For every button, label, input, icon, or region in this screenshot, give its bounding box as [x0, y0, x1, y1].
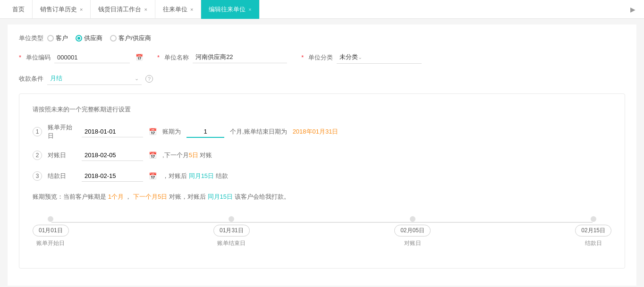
calendar-icon-2[interactable]: 📅 [149, 152, 157, 159]
timeline-point-1: 01月31日 账单结束日 [213, 216, 250, 247]
recon-suffix: ,下一个月5日 对账 [162, 151, 212, 160]
tab-home[interactable]: 首页 [5, 0, 33, 19]
period-row-1: 1 账单开始日 📅 账期为 个月,账单结束日期为 2018年01月31日 [33, 123, 611, 140]
period-row-2: 2 对账日 📅 ,下一个月5日 对账 [33, 150, 611, 161]
tl-label-0: 账单开始日 [36, 239, 65, 247]
calendar-icon[interactable]: 📅 [136, 54, 143, 61]
chevron-down-icon: ⌄ [358, 54, 362, 60]
close-icon[interactable]: × [144, 7, 147, 12]
timeline-point-3: 02月15日 结款日 [575, 216, 611, 247]
period-num-1: 1 [33, 127, 42, 136]
unit-type-row: 单位类型 客户 供应商 客户/供应商 [19, 34, 625, 42]
period-row-3: 3 结款日 📅 ，对账后 同月15日 结款 [33, 170, 611, 182]
timeline-point-2: 02月05日 对账日 [394, 216, 431, 247]
month-suffix: 个月,账单结束日期为 [230, 127, 287, 136]
tl-label-3: 结款日 [585, 239, 602, 247]
period-label-3: 结款日 [48, 172, 76, 180]
radio-customer[interactable]: 客户 [47, 34, 68, 42]
close-icon[interactable]: × [80, 7, 83, 12]
card-title: 请按照未来的一个完整帐期进行设置 [33, 105, 611, 114]
tabs-bar: 首页 销售订单历史 × 钱货日清工作台 × 往来单位 × 编辑往来单位 × ▶ [0, 0, 644, 19]
start-date-input[interactable] [82, 126, 143, 137]
required-star3: * [301, 54, 304, 61]
unit-class-value: 未分类 [339, 53, 358, 61]
radio-customer-supplier[interactable]: 客户/供应商 [110, 34, 151, 42]
month-count-input[interactable] [186, 126, 224, 138]
radio-supplier[interactable]: 供应商 [76, 34, 102, 42]
help-icon[interactable]: ? [145, 75, 153, 83]
period-label-2: 对账日 [48, 151, 76, 160]
unit-name-group: * 单位名称 [157, 52, 287, 63]
unit-info-row: * 单位编码 📅 * 单位名称 * 单位分类 未分类 ⌄ [19, 51, 625, 64]
unit-code-label: 单位编码 [26, 53, 51, 62]
tl-badge-2: 02月05日 [394, 225, 431, 236]
payment-suffix: ，对账后 同月15日 结款 [162, 172, 228, 180]
unit-type-label: 单位类型 [19, 34, 43, 42]
unit-name-input[interactable] [193, 52, 287, 63]
period-num-2: 2 [33, 151, 42, 160]
close-icon[interactable]: × [190, 7, 193, 12]
calendar-icon-1[interactable]: 📅 [149, 128, 157, 135]
timeline-point-0: 01月01日 账单开始日 [33, 216, 69, 247]
unit-name-label: 单位名称 [164, 53, 189, 62]
tab-workbench[interactable]: 钱货日清工作台 × [91, 0, 155, 19]
close-icon[interactable]: × [248, 7, 251, 12]
payment-label: 收款条件 [19, 75, 43, 83]
unit-class-label: 单位分类 [308, 53, 333, 62]
required-star: * [19, 54, 21, 61]
end-date-text: 2018年01月31日 [293, 127, 339, 136]
unit-class-group: * 单位分类 未分类 ⌄ [301, 51, 422, 64]
unit-class-dropdown[interactable]: 未分类 ⌄ [337, 51, 422, 64]
payment-group: 收款条件 月结 ⌄ ? [19, 72, 153, 85]
payment-dropdown[interactable]: 月结 ⌄ [47, 72, 142, 85]
calendar-icon-3[interactable]: 📅 [149, 172, 157, 180]
tab-more-arrow[interactable]: ▶ [627, 6, 639, 13]
tl-badge-3: 02月15日 [575, 225, 611, 236]
payment-row: 收款条件 月结 ⌄ ? [19, 72, 625, 85]
chevron-down-icon2: ⌄ [135, 76, 139, 82]
recon-date-input[interactable] [82, 150, 143, 161]
tl-label-1: 账单结束日 [217, 239, 246, 247]
tab-edit-partner[interactable]: 编辑往来单位 × [201, 0, 259, 19]
period-label-1: 账单开始日 [48, 123, 76, 140]
tl-label-2: 对账日 [404, 239, 421, 247]
preview-text: 账期预览：当前客户账期是 1个月 ， 下一个月5日 对账，对账后 同月15日 该… [33, 191, 611, 202]
tab-partner[interactable]: 往来单位 × [155, 0, 201, 19]
required-star2: * [157, 54, 160, 61]
timeline: 01月01日 账单开始日 01月31日 账单结束日 02月05日 对账日 02月… [33, 211, 611, 257]
timeline-points: 01月01日 账单开始日 01月31日 账单结束日 02月05日 对账日 02月… [33, 216, 611, 247]
unit-code-input[interactable] [54, 52, 130, 63]
tab-sales-history[interactable]: 销售订单历史 × [33, 0, 91, 19]
period-card: 请按照未来的一个完整帐期进行设置 1 账单开始日 📅 账期为 个月,账单结束日期… [19, 93, 625, 269]
unit-code-group: * 单位编码 📅 [19, 52, 143, 63]
period-num-3: 3 [33, 171, 42, 181]
tl-badge-0: 01月01日 [33, 225, 69, 236]
tl-badge-1: 01月31日 [213, 225, 250, 236]
payment-date-input[interactable] [82, 170, 143, 182]
unit-type-radio-group: 客户 供应商 客户/供应商 [47, 34, 151, 42]
payment-value: 月结 [50, 74, 135, 83]
period-for-label: 账期为 [162, 127, 181, 136]
content-area: 单位类型 客户 供应商 客户/供应商 * 单位编码 [8, 25, 636, 286]
unit-type-group: 单位类型 客户 供应商 客户/供应商 [19, 34, 151, 42]
